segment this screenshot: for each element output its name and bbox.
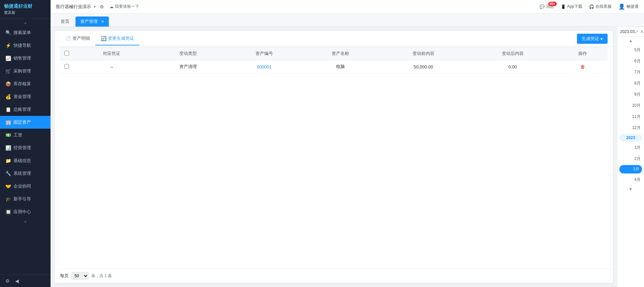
messages-badge: 99+ — [548, 2, 557, 6]
sidebar-item-collaboration[interactable]: 🤝 企业协同 — [0, 180, 51, 193]
row-asset-name: 电脑 — [302, 60, 378, 73]
sidebar-item-label: 快捷导航 — [13, 42, 31, 49]
sub-tabs: 📄 资产明细 🔄 变更生成凭证 — [55, 32, 572, 45]
asset-detail-icon: 📄 — [65, 36, 71, 41]
sidebar-scroll-up[interactable]: ▲ — [0, 19, 51, 26]
col-operation: 操作 — [557, 47, 608, 60]
date-item-1-2023[interactable]: 1月 — [617, 142, 644, 153]
inventory-icon: 📦 — [5, 81, 11, 87]
search-icon: 🔍 — [5, 30, 11, 35]
sidebar-nav: ▲ 🔍 搜索菜单 ⚡ 快捷导航 📈 销售管理 🛒 采购管理 📦 库存核算 💰 资… — [0, 19, 51, 275]
tab-home[interactable]: 首页 — [56, 17, 74, 27]
sub-tab-change-voucher[interactable]: 🔄 变更生成凭证 — [95, 32, 140, 45]
date-item-12[interactable]: 12月 — [617, 122, 644, 133]
per-page-select[interactable]: 50 10 20 100 — [71, 272, 89, 280]
date-scroll-up[interactable]: ▲ — [617, 37, 644, 44]
col-asset-name: 资产名称 — [302, 47, 378, 60]
user-name: 畅捷通 — [626, 4, 639, 9]
row-checkbox[interactable] — [64, 64, 69, 69]
customer-service-label: 在线客服 — [595, 4, 612, 9]
app-center-icon: 🔲 — [5, 209, 11, 215]
settings-icon[interactable]: ⚙ — [5, 278, 10, 284]
row-change-type: 资产清理 — [150, 60, 226, 73]
row-voucher: -- — [73, 60, 150, 73]
sidebar-item-fixed-assets[interactable]: 🏢 固定资产 — [0, 116, 51, 129]
sidebar-item-label: 企业协同 — [13, 183, 31, 189]
row-asset-code: 000001 — [226, 60, 302, 73]
sidebar-item-app-center[interactable]: 🔲 应用中心 — [0, 205, 51, 218]
sidebar-item-ledger[interactable]: 📋 总账管理 — [0, 103, 51, 116]
row-before-change: 50,000.00 — [379, 60, 468, 73]
fixed-assets-icon: 🏢 — [5, 120, 11, 125]
app-download-icon: 📱 — [561, 4, 566, 9]
messages-item[interactable]: 💬 消息 99+ — [540, 4, 554, 9]
tab-close-icon[interactable]: ✕ — [101, 20, 104, 24]
customer-service-item[interactable]: 🎧 在线客服 — [589, 4, 612, 9]
col-before-change: 变动前内容 — [379, 47, 468, 60]
sidebar-scroll-down[interactable]: ▼ — [0, 218, 51, 226]
system-icon: 🔧 — [5, 171, 11, 176]
date-scroll-down[interactable]: ▼ — [617, 185, 644, 193]
dropdown-arrow-icon[interactable]: ▾ — [94, 4, 96, 9]
date-item-10[interactable]: 10月 — [617, 100, 644, 111]
date-item-3-2023[interactable]: 3月 — [619, 165, 642, 173]
tutorial-icon: 🎓 — [5, 196, 11, 202]
select-all-checkbox[interactable] — [64, 51, 69, 56]
sidebar-item-tutorial[interactable]: 🎓 新手引导 — [0, 193, 51, 205]
sidebar-item-label: 基础信息 — [13, 158, 31, 164]
collapse-icon[interactable]: ◀ — [15, 278, 19, 284]
experience-section: ☁ 我要体验一下 — [110, 4, 139, 9]
change-voucher-icon: 🔄 — [101, 36, 106, 41]
sidebar-item-operations[interactable]: 📊 经营管理 — [0, 141, 51, 154]
date-item-9[interactable]: 9月 — [617, 89, 644, 100]
table-row: -- 资产清理 000001 电脑 — [60, 60, 608, 73]
tab-asset-management[interactable]: 资产管理 ✕ — [75, 17, 109, 27]
date-item-7[interactable]: 7月 — [617, 67, 644, 78]
app-download-item[interactable]: 📱 App下载 — [561, 4, 582, 9]
date-item-8[interactable]: 8月 — [617, 78, 644, 89]
sidebar-item-label: 应用中心 — [13, 209, 31, 215]
app-download-label: App下载 — [567, 4, 582, 9]
experience-text[interactable]: 我要体验一下 — [115, 4, 139, 9]
sidebar: 畅捷通好业财 普及版 ▲ 🔍 搜索菜单 ⚡ 快捷导航 📈 销售管理 🛒 采购管理… — [0, 0, 51, 287]
date-item-6[interactable]: 6月 — [617, 56, 644, 67]
sidebar-item-funds[interactable]: 💰 资金管理 — [0, 90, 51, 103]
date-item-5[interactable]: 5月 — [617, 44, 644, 56]
sidebar-item-purchase[interactable]: 🛒 采购管理 — [0, 65, 51, 77]
dropdown-chevron-icon: ▾ — [601, 36, 603, 41]
asset-table: 对应凭证 变动类型 资产编号 资产名称 — [60, 47, 608, 73]
table-header-row: 对应凭证 变动类型 资产编号 资产名称 — [60, 47, 608, 60]
sidebar-item-payroll[interactable]: 💵 工资 — [0, 129, 51, 141]
sidebar-item-label: 总账管理 — [13, 106, 31, 113]
date-item-4-2023[interactable]: 4月 — [617, 174, 644, 185]
avatar-icon: 👤 — [618, 3, 625, 10]
generate-voucher-button[interactable]: 生成凭证 ▾ — [577, 34, 608, 44]
generate-voucher-label: 生成凭证 — [582, 36, 599, 42]
date-year-2023[interactable]: 2023 — [619, 134, 642, 141]
messages-icon: 💬 — [540, 4, 545, 9]
right-panel-header: 2023.03 ⤢ ✕ — [617, 27, 644, 37]
sub-tab-asset-detail[interactable]: 📄 资产明细 — [60, 32, 95, 45]
sidebar-item-label: 库存核算 — [13, 81, 31, 87]
sidebar-item-system[interactable]: 🔧 系统管理 — [0, 167, 51, 180]
right-panel: 2023.03 ⤢ ✕ ▲ 5月 6月 7月 8月 9月 10月 11月 12月… — [617, 27, 644, 287]
right-panel-title: 2023.03 — [620, 29, 635, 34]
date-item-11[interactable]: 11月 — [617, 111, 644, 122]
date-item-2-2023[interactable]: 2月 — [617, 153, 644, 164]
col-change-type: 变动类型 — [150, 47, 226, 60]
sidebar-logo: 畅捷通好业财 普及版 — [0, 0, 51, 19]
sidebar-item-label: 销售管理 — [13, 55, 31, 61]
header-right: 💬 消息 99+ 📱 App下载 🎧 在线客服 👤 畅捷通 — [540, 3, 639, 10]
sidebar-item-sales[interactable]: 📈 销售管理 — [0, 52, 51, 65]
close-panel-icon[interactable]: ✕ — [640, 29, 644, 34]
expand-icon[interactable]: ⤢ — [635, 29, 639, 34]
sidebar-item-basic-info[interactable]: 📁 基础信息 — [0, 154, 51, 167]
date-list: 5月 6月 7月 8月 9月 10月 11月 12月 2023 1月 2月 3月… — [617, 44, 644, 185]
sidebar-item-search[interactable]: 🔍 搜索菜单 — [0, 26, 51, 39]
col-checkbox — [60, 47, 73, 60]
settings-gear-icon[interactable]: ⚙ — [100, 4, 104, 9]
sidebar-item-inventory[interactable]: 📦 库存核算 — [0, 77, 51, 90]
delete-icon[interactable]: 🗑 — [580, 64, 585, 69]
sidebar-item-quick-nav[interactable]: ⚡ 快捷导航 — [0, 39, 51, 52]
user-item[interactable]: 👤 畅捷通 — [618, 3, 639, 10]
